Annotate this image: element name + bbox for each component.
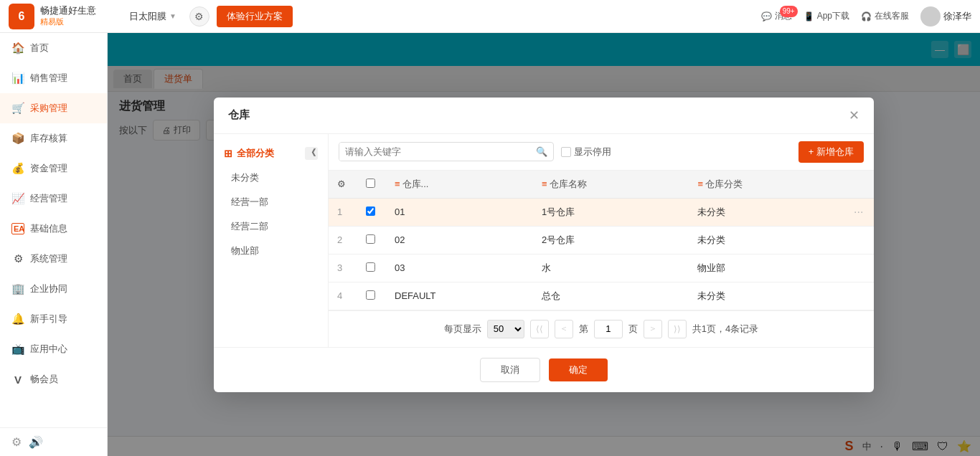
show-disabled-checkbox[interactable] <box>561 147 571 157</box>
sidebar-item-system[interactable]: ⚙ 系统管理 <box>0 244 107 274</box>
app-sub: 精易版 <box>40 16 96 27</box>
apps-icon: 📺 <box>11 343 24 356</box>
chevron-down-icon: ▼ <box>169 12 176 20</box>
table-row[interactable]: 3 03 水 物业部 <box>329 254 874 282</box>
pagination: 每页显示 50 20 100 ⟨⟨ ＜ 第 页 ＞ <box>329 310 874 347</box>
sidebar-item-enterprise[interactable]: 🏢 企业协同 <box>0 274 107 304</box>
basic-info-icon: EA <box>11 223 24 234</box>
page-input[interactable] <box>594 320 623 338</box>
row-category-3: 未分类 <box>689 282 845 310</box>
modal-overlay: 仓库 ✕ ⊞ 全部分类 《 未分类 经营一部 经营二部 <box>108 33 980 456</box>
headset-icon: 🎧 <box>861 11 872 22</box>
store-name: 日太阳膜 <box>129 10 166 23</box>
phone-icon: 📱 <box>804 11 814 22</box>
table: ⚙ ≡ 仓库... <box>329 171 874 310</box>
sidebar-item-apps[interactable]: 📺 应用中心 <box>0 334 107 364</box>
row-name-2: 水 <box>533 254 689 282</box>
gear-header-icon[interactable]: ⚙ <box>337 179 346 189</box>
app-download-label: App下载 <box>817 10 849 22</box>
sidebar-item-home[interactable]: 🏠 首页 <box>0 33 107 63</box>
header-middle: 日太阳膜 ▼ ⚙ 体验行业方案 <box>116 6 761 27</box>
sidebar-label-finance: 资金管理 <box>30 162 67 175</box>
store-selector[interactable]: 日太阳膜 ▼ <box>123 7 182 26</box>
sidebar-item-inventory[interactable]: 📦 库存核算 <box>0 123 107 153</box>
sidebar-label-system: 系统管理 <box>30 252 67 265</box>
settings-button[interactable]: ⚙ <box>189 6 209 27</box>
cancel-btn[interactable]: 取消 <box>480 358 540 382</box>
modal-header: 仓库 ✕ <box>214 98 874 134</box>
table-row[interactable]: 4 DEFAULT 总仓 未分类 <box>329 282 874 310</box>
grid-icon: ⊞ <box>224 148 232 159</box>
username: 徐泽华 <box>943 10 971 23</box>
modal-cat-property[interactable]: 物业部 <box>214 239 328 263</box>
avatar <box>920 6 941 27</box>
sidebar-item-finance[interactable]: 💰 资金管理 <box>0 153 107 184</box>
row-actions-2 <box>845 254 874 282</box>
col-code-label: 仓库... <box>402 178 429 191</box>
trial-btn[interactable]: 体验行业方案 <box>217 6 293 27</box>
modal-cat-unclassified[interactable]: 未分类 <box>214 166 328 190</box>
sidebar-bottom: ⚙ 🔊 <box>0 427 107 456</box>
row-actions-3 <box>845 282 874 310</box>
add-warehouse-btn[interactable]: + 新增仓库 <box>798 141 864 163</box>
row-gear-0: 1 <box>329 198 357 226</box>
row-gear-2: 3 <box>329 254 357 282</box>
modal-cat-ops2[interactable]: 经营二部 <box>214 214 328 239</box>
messages-action[interactable]: 💬 消息 99+ <box>761 10 792 22</box>
table-body: 1 01 1号仓库 未分类 ··· 2 02 2号仓库 未分类 3 03 水 物… <box>329 198 874 310</box>
modal-close-btn[interactable]: ✕ <box>849 108 859 123</box>
collapse-btn[interactable]: 《 <box>305 147 318 160</box>
next-page-btn[interactable]: ＞ <box>644 320 662 338</box>
modal-cat-ops1[interactable]: 经营一部 <box>214 190 328 214</box>
row-checkbox-3[interactable] <box>357 282 386 310</box>
modal-sidebar-all[interactable]: ⊞ 全部分类 《 <box>214 141 328 166</box>
logo-area: 6 畅捷通好生意 精易版 <box>9 4 116 29</box>
sidebar-item-basic-info[interactable]: EA 基础信息 <box>0 214 107 244</box>
warehouse-modal: 仓库 ✕ ⊞ 全部分类 《 未分类 经营一部 经营二部 <box>214 98 874 392</box>
show-disabled-area: 显示停用 <box>561 146 611 158</box>
confirm-btn[interactable]: 确定 <box>549 358 608 381</box>
row-code-2: 03 <box>386 254 533 282</box>
modal-sidebar: ⊞ 全部分类 《 未分类 经营一部 经营二部 物业部 <box>214 134 329 347</box>
search-box: 🔍 <box>339 142 554 161</box>
table-row[interactable]: 1 01 1号仓库 未分类 ··· <box>329 198 874 226</box>
sidebar-item-operations[interactable]: 📈 经营管理 <box>0 184 107 214</box>
show-disabled-label: 显示停用 <box>574 146 611 158</box>
first-page-btn[interactable]: ⟨⟨ <box>530 320 549 338</box>
th-actions <box>845 171 874 199</box>
logo-icon: 6 <box>9 4 34 29</box>
row-checkbox-2[interactable] <box>357 254 386 282</box>
sound-icon[interactable]: 🔊 <box>29 435 43 449</box>
search-input[interactable] <box>339 143 530 161</box>
row-code-1: 02 <box>386 226 533 254</box>
last-page-btn[interactable]: ⟩⟩ <box>668 320 687 338</box>
sidebar-label-purchase: 采购管理 <box>30 102 67 115</box>
sidebar-item-guide[interactable]: 🔔 新手引导 <box>0 304 107 334</box>
row-name-1: 2号仓库 <box>533 226 689 254</box>
th-name: ≡ 仓库名称 <box>533 171 689 199</box>
online-service-action[interactable]: 🎧 在线客服 <box>861 10 909 22</box>
system-icon: ⚙ <box>11 252 24 265</box>
select-all-checkbox[interactable] <box>366 179 375 188</box>
table-header-row: ⚙ ≡ 仓库... <box>329 171 874 199</box>
page-suffix: 页 <box>628 323 638 336</box>
header-right: 💬 消息 99+ 📱 App下载 🎧 在线客服 徐泽华 <box>761 6 971 27</box>
table-row[interactable]: 2 02 2号仓库 未分类 <box>329 226 874 254</box>
guide-icon: 🔔 <box>11 313 24 326</box>
sidebar-item-sales[interactable]: 📊 销售管理 <box>0 63 107 93</box>
per-page-select[interactable]: 50 20 100 <box>487 320 524 338</box>
user-area[interactable]: 徐泽华 <box>920 6 971 27</box>
sidebar-item-purchase[interactable]: 🛒 采购管理 <box>0 93 107 123</box>
row-name-0: 1号仓库 <box>533 198 689 226</box>
row-category-0: 未分类 <box>689 198 845 226</box>
search-icon[interactable]: 🔍 <box>530 143 553 161</box>
modal-toolbar: 🔍 显示停用 + 新增仓库 <box>329 134 874 171</box>
ellipsis-btn[interactable]: ··· <box>854 206 863 218</box>
app-download-action[interactable]: 📱 App下载 <box>804 10 849 22</box>
sidebar-item-member[interactable]: V 畅会员 <box>0 364 107 394</box>
row-checkbox-0[interactable] <box>357 198 386 226</box>
row-checkbox-1[interactable] <box>357 226 386 254</box>
prev-page-btn[interactable]: ＜ <box>555 320 573 338</box>
row-gear-1: 2 <box>329 226 357 254</box>
settings-bottom-icon[interactable]: ⚙ <box>11 435 22 449</box>
